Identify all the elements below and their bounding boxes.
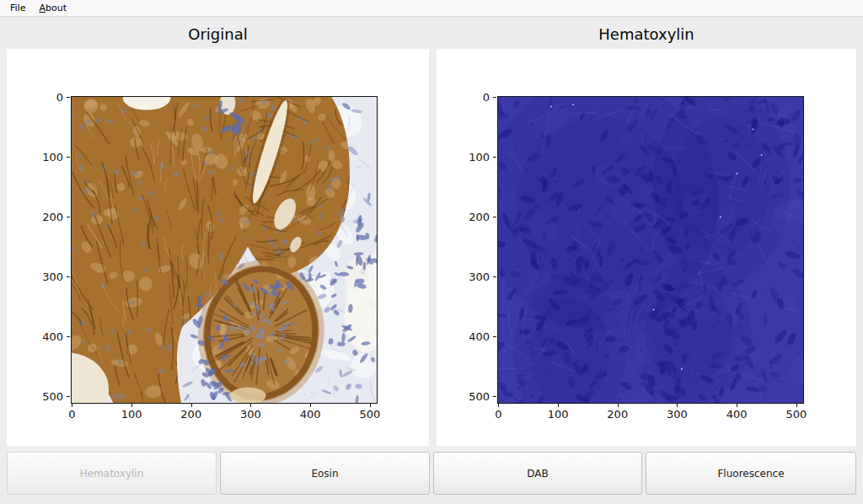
x-tickmark (131, 404, 132, 407)
y-tickmark (493, 396, 496, 397)
x-tickmark (558, 404, 559, 407)
original-title: Original (7, 25, 429, 43)
y-tickmark (493, 157, 496, 158)
original-image-canvas (72, 97, 377, 403)
x-tickmark (796, 404, 797, 407)
x-tick-label: 100 (121, 408, 142, 421)
x-tick-label: 0 (495, 408, 501, 421)
menu-file[interactable]: File (3, 1, 32, 15)
y-tick-label: 200 (42, 211, 63, 223)
x-tick-label: 200 (180, 408, 201, 421)
x-tick-label: 400 (726, 408, 748, 421)
x-tick-label: 300 (240, 408, 261, 421)
y-tick-label: 300 (42, 271, 63, 283)
y-tickmark (493, 97, 496, 98)
y-tickmark (67, 276, 70, 277)
y-tick-label: 300 (469, 271, 490, 283)
y-tickmark (67, 336, 70, 337)
y-tick-label: 500 (469, 389, 490, 402)
x-tick-label: 0 (68, 408, 75, 421)
fluorescence-button[interactable]: Fluorescence (646, 452, 856, 495)
x-tickmark (72, 404, 72, 407)
x-tickmark (310, 404, 311, 407)
x-tick-label: 500 (785, 408, 807, 421)
hematoxylin-title: Hematoxylin (437, 25, 856, 43)
y-tickmark (493, 336, 496, 337)
menubar: File About (0, 0, 863, 17)
y-tickmark (493, 217, 496, 217)
x-tickmark (618, 404, 619, 407)
y-tick-label: 0 (483, 91, 490, 104)
x-tick-label: 300 (667, 408, 688, 421)
menu-about[interactable]: About (32, 1, 73, 15)
y-tick-label: 200 (469, 211, 490, 223)
hematoxylin-button[interactable]: Hematoxylin (7, 452, 217, 495)
original-figure: 01002003004005000100200300400500 (72, 97, 377, 403)
x-tickmark (498, 404, 499, 407)
hematoxylin-panel: 01002003004005000100200300400500 (437, 49, 856, 446)
dab-button[interactable]: DAB (433, 452, 642, 495)
hematoxylin-figure: 01002003004005000100200300400500 (498, 97, 803, 403)
eosin-button[interactable]: Eosin (220, 452, 430, 495)
y-tick-label: 0 (56, 91, 63, 104)
y-tick-label: 100 (469, 151, 490, 164)
x-tick-label: 100 (548, 408, 569, 421)
y-tick-label: 500 (42, 389, 63, 402)
x-tickmark (250, 404, 251, 407)
y-tickmark (67, 97, 70, 98)
x-tickmark (191, 404, 192, 407)
x-tickmark (677, 404, 678, 407)
y-tickmark (493, 276, 496, 277)
y-tick-label: 400 (42, 330, 63, 342)
x-tickmark (370, 404, 371, 407)
original-panel: 01002003004005000100200300400500 (7, 49, 429, 446)
y-tick-label: 100 (42, 151, 63, 164)
x-tick-label: 400 (300, 408, 321, 421)
y-tickmark (67, 157, 70, 158)
x-tick-label: 500 (359, 408, 380, 421)
y-tick-label: 400 (469, 330, 490, 342)
x-tickmark (737, 404, 737, 407)
x-tick-label: 200 (607, 408, 628, 421)
y-tickmark (67, 396, 70, 397)
app-window: File About Original Hematoxylin 01002003… (0, 0, 863, 504)
hematoxylin-image-canvas (498, 97, 803, 403)
y-tickmark (67, 217, 70, 217)
